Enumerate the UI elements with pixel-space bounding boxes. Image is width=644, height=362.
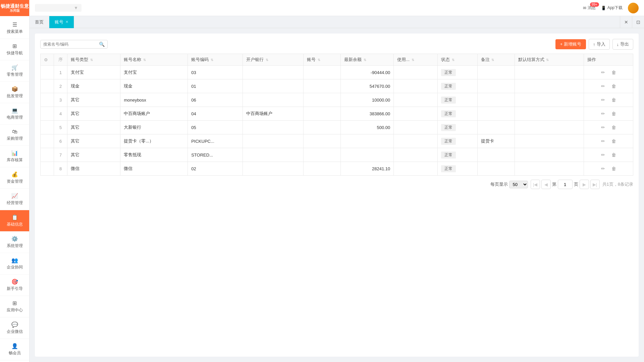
sort-usage-icon[interactable]: ⇅ — [412, 58, 414, 62]
sidebar-item-basic-info[interactable]: 📋 基础信息 — [0, 210, 29, 232]
sort-type-icon[interactable]: ⇅ — [90, 58, 93, 62]
delete-button[interactable]: 🗑 — [610, 123, 618, 131]
edit-button[interactable]: ✏ — [599, 151, 607, 159]
export-icon: ↓ — [617, 42, 619, 47]
page-size-dropdown[interactable]: 50 20 100 — [509, 181, 528, 188]
topbar-message[interactable]: ✉ 消息 99+ — [583, 5, 596, 11]
row-code: STORED... — [188, 148, 243, 162]
avatar[interactable] — [628, 3, 639, 13]
sort-status-icon[interactable]: ⇅ — [452, 58, 454, 62]
page-last-button[interactable]: ▶| — [590, 180, 600, 189]
sidebar-item-guide[interactable]: 🎯 新手引导 — [0, 275, 29, 296]
edit-button[interactable]: ✏ — [599, 96, 607, 104]
delete-button[interactable]: 🗑 — [610, 82, 618, 90]
status-badge: 正常 — [441, 69, 456, 76]
col-status[interactable]: 状态 ⇅ — [437, 54, 477, 66]
search-input[interactable] — [43, 42, 97, 47]
tab-maximize-button[interactable]: ⊡ — [632, 16, 644, 28]
topbar-app-download[interactable]: 📱 App下载 — [601, 5, 623, 11]
search-icon[interactable]: 🔍 — [99, 42, 105, 47]
col-type[interactable]: 账号类型 ⇅ — [67, 54, 120, 66]
sidebar-item-member[interactable]: 👤 畅会员 — [0, 339, 29, 360]
page-prev-button[interactable]: ◀ — [541, 180, 551, 189]
sort-bank-icon[interactable]: ⇅ — [266, 58, 268, 62]
search-box[interactable]: 🔍 — [40, 40, 108, 49]
delete-button[interactable]: 🗑 — [610, 137, 618, 145]
sidebar-item-ecommerce[interactable]: 💻 电商管理 — [0, 103, 29, 125]
row-account — [304, 93, 341, 107]
row-balance: -90444.00 — [340, 66, 393, 79]
sidebar-item-search[interactable]: ☰ 搜索菜单 — [0, 17, 29, 39]
edit-button[interactable]: ✏ — [599, 68, 607, 76]
sidebar-item-enterprise[interactable]: 👥 企业协同 — [0, 253, 29, 275]
sort-balance-icon[interactable]: ⇅ — [364, 58, 366, 62]
page-number-input[interactable] — [558, 180, 573, 189]
status-badge: 正常 — [441, 138, 456, 145]
tab-accounts[interactable]: 账号 ✕ — [49, 16, 74, 28]
sort-settlement-icon[interactable]: ⇅ — [546, 58, 549, 62]
col-balance-label: 最新余额 — [344, 57, 362, 62]
delete-button[interactable]: 🗑 — [610, 96, 618, 104]
row-bank — [243, 66, 304, 79]
sidebar-item-app-center[interactable]: ⊞ 应用中心 — [0, 296, 29, 317]
import-button[interactable]: ↑ 导入 — [589, 39, 610, 50]
edit-button[interactable]: ✏ — [599, 137, 607, 145]
page-next-button[interactable]: ▶ — [580, 180, 589, 189]
toolbar-right: + 新增账号 ↑ 导入 ↓ 导出 — [555, 39, 633, 50]
edit-button[interactable]: ✏ — [599, 165, 607, 173]
export-button[interactable]: ↓ 导出 — [612, 39, 634, 50]
sidebar-item-label: 新手引导 — [7, 286, 23, 292]
col-code[interactable]: 账号编码 ⇅ — [188, 54, 243, 66]
sort-remark-icon[interactable]: ⇅ — [491, 58, 494, 62]
sort-code-icon[interactable]: ⇅ — [211, 58, 213, 62]
page-first-button[interactable]: |◀ — [531, 180, 540, 189]
edit-button[interactable]: ✏ — [599, 82, 607, 90]
sidebar-item-retail[interactable]: 🛒 零售管理 — [0, 60, 29, 82]
sidebar-item-inventory[interactable]: 📊 库存核算 — [0, 146, 29, 167]
row-account — [304, 134, 341, 148]
col-remark[interactable]: 备注 ⇅ — [477, 54, 515, 66]
sort-name-icon[interactable]: ⇅ — [143, 58, 146, 62]
col-balance[interactable]: 最新余额 ⇅ — [340, 54, 393, 66]
table-row: 3 其它 moneybosx 06 10000.00 正常 ✏ 🗑 — [41, 93, 633, 107]
sidebar-item-system[interactable]: ⚙️ 系统管理 — [0, 232, 29, 253]
delete-button[interactable]: 🗑 — [610, 165, 618, 173]
sidebar-item-operations[interactable]: 📈 经营管理 — [0, 189, 29, 210]
sidebar-item-finance[interactable]: 💰 资金管理 — [0, 167, 29, 189]
sidebar-item-wechat[interactable]: 💬 企业微信 — [0, 317, 29, 339]
sidebar-item-label: 企业协同 — [7, 264, 23, 270]
col-settlement[interactable]: 默认结算方式 ⇅ — [515, 54, 584, 66]
delete-button[interactable]: 🗑 — [610, 110, 618, 118]
delete-button[interactable]: 🗑 — [610, 151, 618, 159]
import-label: 导入 — [597, 41, 605, 47]
edit-button[interactable]: ✏ — [599, 110, 607, 118]
topbar-search[interactable]: ▼ — [35, 4, 82, 12]
row-remark — [477, 162, 515, 176]
edit-button[interactable]: ✏ — [599, 123, 607, 131]
col-bank[interactable]: 开户银行 ⇅ — [243, 54, 304, 66]
tab-home[interactable]: 首页 — [30, 16, 49, 28]
sidebar-item-wholesale[interactable]: 📦 批发管理 — [0, 82, 29, 103]
add-account-button[interactable]: + 新增账号 — [555, 39, 586, 49]
row-code: 04 — [188, 107, 243, 121]
col-gear: ⚙ — [41, 54, 54, 66]
col-account[interactable]: 账号 ⇅ — [304, 54, 341, 66]
sidebar-item-shortcut[interactable]: ⊞ 快捷导航 — [0, 39, 29, 60]
row-settlement — [515, 121, 584, 134]
topbar-search-input[interactable] — [38, 6, 72, 10]
tab-close-button[interactable]: ✕ — [620, 16, 632, 28]
page-unit: 页 — [574, 181, 578, 187]
col-name[interactable]: 账号名称 ⇅ — [120, 54, 188, 66]
app-download-label: App下载 — [607, 5, 623, 11]
page-total: 共1页，8条记录 — [602, 181, 633, 187]
sort-account-icon[interactable]: ⇅ — [318, 58, 320, 62]
row-usage — [394, 107, 438, 121]
shortcut-icon: ⊞ — [12, 43, 17, 49]
delete-button[interactable]: 🗑 — [610, 68, 618, 76]
sidebar-item-purchase[interactable]: 🛍 采购管理 — [0, 125, 29, 146]
col-usage[interactable]: 使用... ⇅ — [394, 54, 438, 66]
row-usage — [394, 134, 438, 148]
tab-close-icon[interactable]: ✕ — [65, 20, 68, 24]
gear-icon[interactable]: ⚙ — [44, 57, 48, 62]
tabbar-controls: ✕ ⊡ — [620, 16, 644, 28]
